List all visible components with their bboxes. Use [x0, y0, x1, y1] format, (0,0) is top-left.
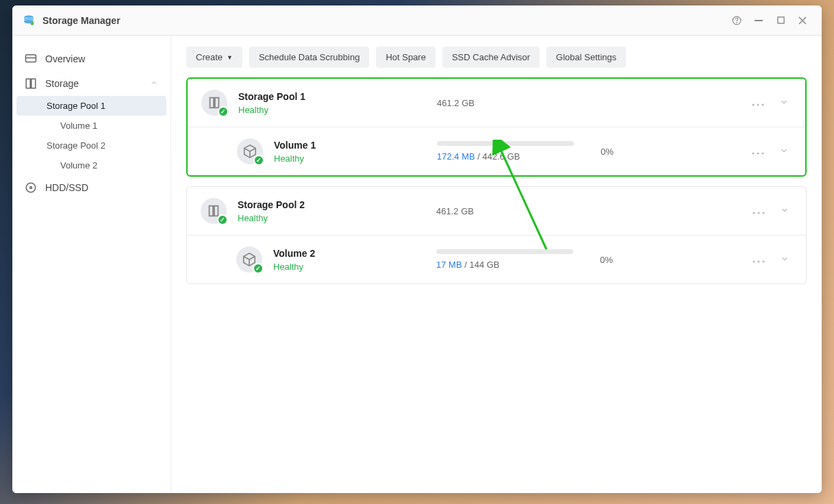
- svg-rect-14: [215, 98, 219, 108]
- disk-icon: [25, 181, 37, 194]
- volume-status: Healthy: [273, 262, 436, 272]
- svg-rect-5: [755, 20, 763, 21]
- volume-pct: 0%: [592, 255, 613, 265]
- svg-point-12: [30, 187, 32, 189]
- volume-name: Volume 2: [273, 248, 436, 259]
- svg-point-25: [762, 212, 764, 214]
- svg-rect-22: [214, 206, 218, 216]
- storage-pool-row-2[interactable]: Storage Pool 2 Healthy 461.2 GB: [187, 187, 806, 235]
- svg-point-18: [752, 152, 754, 154]
- volume-name: Volume 1: [274, 140, 437, 151]
- sidebar-item-storage-pool-2[interactable]: Storage Pool 2: [16, 136, 166, 155]
- close-button[interactable]: [793, 11, 812, 30]
- volume-used: 17 MB: [436, 260, 462, 270]
- more-actions-button[interactable]: [749, 95, 767, 111]
- pool-size: 461.2 GB: [436, 206, 474, 216]
- volume-total: 442.6 GB: [483, 151, 520, 162]
- sidebar-item-volume-2[interactable]: Volume 2: [16, 155, 166, 175]
- more-actions-button[interactable]: [750, 203, 768, 219]
- healthy-check-icon: [253, 155, 264, 166]
- healthy-check-icon: [218, 106, 229, 117]
- sidebar-item-storage-pool-1[interactable]: Storage Pool 1: [16, 96, 166, 116]
- volume-icon: [237, 138, 263, 164]
- storage-pool-icon: [201, 198, 227, 224]
- svg-point-26: [753, 260, 755, 262]
- pool-status: Healthy: [238, 213, 436, 223]
- window-title: Storage Manager: [42, 15, 121, 26]
- svg-rect-21: [210, 206, 214, 216]
- expand-chevron-icon[interactable]: [776, 94, 792, 112]
- sidebar-item-storage[interactable]: Storage: [16, 71, 166, 96]
- overview-icon: [25, 53, 37, 65]
- sidebar-item-overview[interactable]: Overview: [16, 47, 166, 71]
- volume-row-1[interactable]: Volume 1 Healthy 172.4 MB / 442.6 GB: [188, 127, 805, 175]
- app-window: Storage Manager Overview: [12, 5, 822, 493]
- svg-rect-10: [31, 79, 36, 88]
- maximize-button[interactable]: [771, 11, 790, 30]
- titlebar: Storage Manager: [12, 5, 822, 36]
- svg-point-2: [31, 21, 34, 25]
- volume-status: Healthy: [274, 153, 437, 164]
- svg-point-17: [761, 103, 763, 105]
- volume-used: 172.4 MB: [437, 151, 475, 162]
- expand-chevron-icon[interactable]: [777, 203, 792, 220]
- help-button[interactable]: [727, 11, 746, 30]
- svg-rect-9: [26, 79, 30, 88]
- sidebar: Overview Storage Storage Pool 1 Volume 1…: [12, 36, 171, 493]
- storage-pool-card-2: Storage Pool 2 Healthy 461.2 GB: [186, 186, 807, 284]
- volume-row-2[interactable]: Volume 2 Healthy 17 MB / 144 GB 0: [187, 235, 806, 284]
- more-actions-button[interactable]: [749, 144, 767, 160]
- svg-point-4: [737, 22, 737, 23]
- svg-point-28: [762, 260, 764, 262]
- healthy-check-icon: [217, 214, 228, 225]
- volume-total: 144 GB: [469, 260, 499, 270]
- svg-point-15: [752, 103, 754, 105]
- toolbar: Create ▼ Schedule Data Scrubbing Hot Spa…: [186, 47, 807, 68]
- pool-name: Storage Pool 1: [238, 91, 437, 102]
- main-content: Create ▼ Schedule Data Scrubbing Hot Spa…: [171, 36, 822, 493]
- ssd-cache-advisor-button[interactable]: SSD Cache Advisor: [442, 47, 540, 68]
- pool-size: 461.2 GB: [437, 98, 475, 108]
- svg-rect-13: [210, 98, 214, 108]
- svg-point-20: [761, 152, 763, 154]
- storage-icon: [25, 77, 37, 90]
- svg-rect-6: [777, 17, 783, 23]
- svg-point-16: [757, 103, 759, 105]
- global-settings-button[interactable]: Global Settings: [546, 47, 626, 68]
- usage-bar: [436, 249, 573, 254]
- more-actions-button[interactable]: [750, 252, 768, 268]
- chevron-up-icon: [150, 78, 158, 89]
- storage-pool-card-1: Storage Pool 1 Healthy 461.2 GB: [186, 77, 807, 177]
- minimize-button[interactable]: [749, 11, 768, 30]
- svg-point-24: [757, 212, 759, 214]
- hot-spare-button[interactable]: Hot Spare: [376, 47, 435, 68]
- svg-point-27: [757, 260, 759, 262]
- svg-point-11: [26, 183, 36, 192]
- pool-name: Storage Pool 2: [238, 199, 436, 210]
- sidebar-storage-label: Storage: [45, 78, 79, 89]
- svg-point-19: [757, 152, 759, 154]
- healthy-check-icon: [253, 263, 264, 274]
- expand-chevron-icon[interactable]: [776, 143, 792, 160]
- volume-icon: [236, 247, 262, 273]
- sidebar-item-hdd-ssd[interactable]: HDD/SSD: [16, 175, 166, 200]
- create-button[interactable]: Create ▼: [186, 47, 242, 68]
- schedule-scrubbing-button[interactable]: Schedule Data Scrubbing: [249, 47, 369, 68]
- pool-status: Healthy: [238, 105, 437, 115]
- create-label: Create: [196, 52, 223, 62]
- app-icon: [22, 14, 36, 27]
- svg-point-23: [753, 212, 755, 214]
- storage-pool-row-1[interactable]: Storage Pool 1 Healthy 461.2 GB: [188, 79, 805, 127]
- storage-pool-icon: [201, 90, 227, 116]
- sidebar-overview-label: Overview: [45, 53, 85, 64]
- sidebar-item-volume-1[interactable]: Volume 1: [16, 116, 166, 136]
- sidebar-hdd-label: HDD/SSD: [45, 182, 88, 193]
- usage-bar: [437, 141, 574, 146]
- expand-chevron-icon[interactable]: [777, 251, 792, 268]
- volume-pct: 0%: [593, 147, 614, 157]
- caret-down-icon: ▼: [227, 54, 233, 61]
